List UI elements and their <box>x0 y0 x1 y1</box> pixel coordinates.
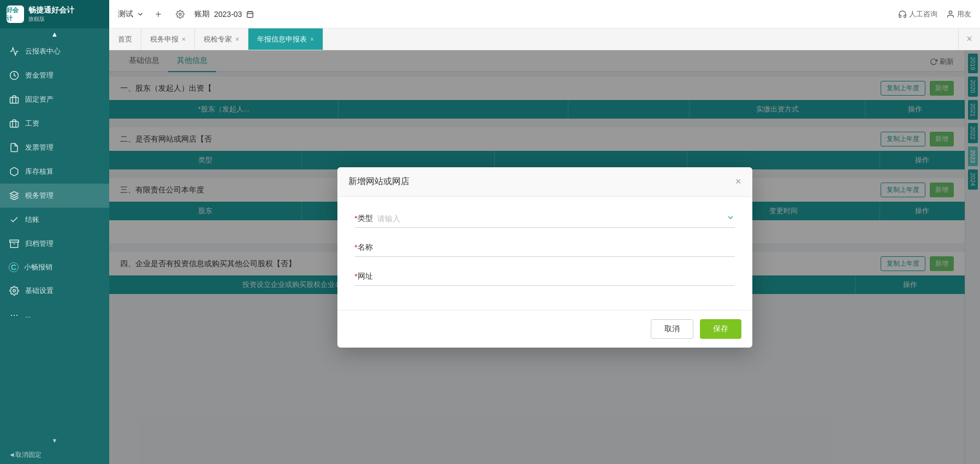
company-name: 测试 <box>118 9 133 19</box>
tab-shujian-close[interactable]: × <box>235 36 239 43</box>
app-title: 畅捷通好会计 旗舰版 <box>28 5 74 23</box>
tab-home-label: 首页 <box>118 34 132 44</box>
topbar: 测试 账期 2023-03 人工咨询 <box>109 0 980 28</box>
sidebar-item-jiezhang[interactable]: 结账 <box>0 208 109 232</box>
sidebar-scroll-down[interactable]: ▼ <box>0 435 109 446</box>
url-input-row: * 网址 <box>355 268 735 286</box>
name-input-row: * 名称 <box>355 239 735 257</box>
cancel-button[interactable]: 取消 <box>651 319 693 339</box>
period-label: 账期 <box>194 9 210 19</box>
check-icon <box>9 214 20 225</box>
sidebar-item-fapiao[interactable]: 发票管理 <box>0 136 109 160</box>
sidebar-nav: 云报表中心 资金管理 固定资产 工资 <box>0 39 109 435</box>
sidebar-header: 好会计 畅捷通好会计 旗舰版 <box>0 0 109 28</box>
tab-shujian-label: 税检专家 <box>204 34 232 44</box>
topbar-right: 人工咨询 用友 <box>898 9 971 19</box>
sidebar-item-label: ... <box>25 311 31 319</box>
sidebar-item-label: 云报表中心 <box>25 46 61 56</box>
settings-icon <box>9 285 20 296</box>
type-label: 类型 <box>358 214 373 224</box>
invoice-icon <box>9 142 20 153</box>
svg-rect-2 <box>10 121 19 127</box>
sidebar-item-jichu[interactable]: 基础设置 <box>0 279 109 303</box>
period-value: 2023-03 <box>214 10 242 19</box>
svg-rect-1 <box>10 97 19 103</box>
dialog-close-btn[interactable]: × <box>735 176 741 187</box>
sidebar-unpin-btn[interactable]: ◄取消固定 <box>0 446 109 464</box>
sidebar-item-guidang[interactable]: 归档管理 <box>0 232 109 256</box>
type-dropdown-arrow[interactable] <box>726 213 735 224</box>
sidebar-item-more[interactable]: ··· ... <box>0 303 109 327</box>
close-all-icon: × <box>966 33 972 45</box>
tab-nianbao-label: 年报信息申报表 <box>257 34 307 44</box>
box-icon <box>9 166 20 177</box>
dialog-body: * 类型 * 名称 <box>337 197 752 310</box>
calendar-icon[interactable] <box>246 10 254 18</box>
url-input[interactable] <box>377 270 735 283</box>
form-field-name: * 名称 <box>355 239 735 257</box>
dialog-footer: 取消 保存 <box>337 310 752 348</box>
type-input[interactable] <box>377 212 726 225</box>
tab-nianbao[interactable]: 年报信息申报表 × <box>248 28 323 50</box>
unpin-label: ◄取消固定 <box>9 450 41 460</box>
name-input[interactable] <box>377 241 735 254</box>
sidebar-item-label: 结账 <box>25 215 39 225</box>
chevron-down-icon <box>136 10 144 18</box>
tab-home[interactable]: 首页 <box>109 28 141 50</box>
period-display: 账期 2023-03 <box>194 9 254 19</box>
svg-point-5 <box>13 290 16 292</box>
name-label: 名称 <box>358 243 373 252</box>
xiaochang-icon: C <box>9 262 19 272</box>
sidebar-item-zijin[interactable]: 资金管理 <box>0 63 109 87</box>
tax-icon <box>9 190 20 201</box>
building-icon <box>9 94 20 105</box>
tab-nianbao-close[interactable]: × <box>310 36 314 43</box>
sidebar-item-kucun[interactable]: 库存核算 <box>0 160 109 184</box>
sidebar-item-label: 小畅报销 <box>24 262 52 272</box>
sidebar-item-label: 发票管理 <box>25 143 54 152</box>
sidebar-item-label: 资金管理 <box>25 71 54 80</box>
sidebar-item-xiaochang[interactable]: C 小畅报销 <box>0 256 109 279</box>
svg-rect-9 <box>247 11 253 17</box>
save-button[interactable]: 保存 <box>700 319 741 339</box>
add-tab-btn[interactable] <box>151 7 166 22</box>
sidebar-item-label: 基础设置 <box>25 286 54 296</box>
sidebar-scroll-up[interactable]: ▲ <box>0 28 109 39</box>
dialog-header: 新增网站或网店 × <box>337 167 752 197</box>
add-website-dialog: 新增网站或网店 × * 类型 <box>337 167 752 348</box>
form-field-url: * 网址 <box>355 268 735 286</box>
user-menu-btn[interactable]: 用友 <box>946 9 971 19</box>
close-all-tabs-btn[interactable]: × <box>958 28 980 50</box>
type-input-row: * 类型 <box>355 210 735 228</box>
app-logo: 好会计 <box>7 5 24 23</box>
chart-icon <box>9 46 20 57</box>
sidebar-item-label: 库存核算 <box>25 167 54 177</box>
sidebar-item-label: 工资 <box>25 119 39 128</box>
briefcase-icon <box>9 118 20 129</box>
svg-point-13 <box>949 11 952 14</box>
tab-shuiwu[interactable]: 税务申报 × <box>141 28 195 50</box>
dialog-title: 新增网站或网店 <box>348 176 409 187</box>
sidebar-item-gongzi[interactable]: 工资 <box>0 111 109 136</box>
form-field-type: * 类型 <box>355 210 735 228</box>
sidebar-item-gudingzichan[interactable]: 固定资产 <box>0 87 109 111</box>
user-icon <box>946 10 955 19</box>
settings-btn[interactable] <box>173 7 188 22</box>
more-icon: ··· <box>9 309 20 320</box>
app-title-main: 畅捷通好会计 <box>28 5 74 15</box>
user-label: 用友 <box>957 9 971 19</box>
svg-point-8 <box>179 13 181 15</box>
archive-icon <box>9 238 20 249</box>
app-title-sub: 旗舰版 <box>28 15 74 23</box>
tab-shuiwu-label: 税务申报 <box>150 34 179 44</box>
sidebar: 好会计 畅捷通好会计 旗舰版 ▲ 云报表中心 资金管理 <box>0 0 109 464</box>
dialog-overlay[interactable]: 新增网站或网店 × * 类型 <box>109 50 980 464</box>
gear-icon <box>176 10 185 19</box>
sidebar-item-shuiwu[interactable]: 税务管理 <box>0 184 109 208</box>
money-icon <box>9 70 20 81</box>
tab-shujian[interactable]: 税检专家 × <box>195 28 248 50</box>
sidebar-item-yunbao[interactable]: 云报表中心 <box>0 39 109 63</box>
company-selector[interactable]: 测试 <box>118 9 144 19</box>
help-btn[interactable]: 人工咨询 <box>898 9 937 19</box>
tab-shuiwu-close[interactable]: × <box>182 36 186 43</box>
